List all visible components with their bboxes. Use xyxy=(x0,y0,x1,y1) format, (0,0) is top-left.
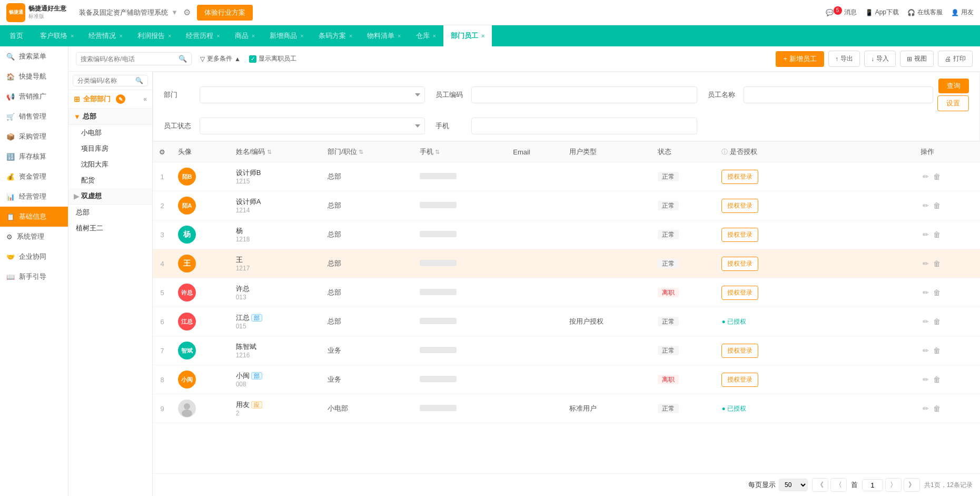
tab-profit[interactable]: 利润报告× xyxy=(130,25,179,46)
online-service-btn[interactable]: 🎧 在线客服 xyxy=(907,8,943,17)
col-name-code[interactable]: 姓名/编码 ⇅ xyxy=(230,142,321,162)
tab-barcode[interactable]: 条码方案× xyxy=(311,25,360,46)
search-submit-icon[interactable]: 🔍 xyxy=(179,55,187,63)
dept-item-xiaodianbu[interactable]: 小电部 xyxy=(68,125,152,141)
dept-all-item[interactable]: ⊞ 全部部门 ✎ « xyxy=(68,90,152,109)
edit-btn[interactable]: ✏ xyxy=(920,287,931,298)
edit-btn[interactable]: ✏ xyxy=(920,345,931,356)
sidebar-item-finance[interactable]: 💰 资金管理 xyxy=(0,167,68,187)
dept-item-shenyang[interactable]: 沈阳大库 xyxy=(68,157,152,172)
tab-dept-staff-close[interactable]: × xyxy=(481,33,484,39)
last-page-btn[interactable]: 》 xyxy=(904,478,920,492)
tab-customer[interactable]: 客户联络× xyxy=(33,25,81,46)
first-page-btn[interactable]: 《 xyxy=(812,478,828,492)
col-dept-position[interactable]: 部门/职位 ⇅ xyxy=(321,142,413,162)
page-input[interactable] xyxy=(862,479,883,491)
edit-btn[interactable]: ✏ xyxy=(920,171,931,182)
tab-new-goods[interactable]: 新增商品× xyxy=(262,25,311,46)
search-box[interactable]: 🔍 xyxy=(76,52,192,65)
edit-btn[interactable]: ✏ xyxy=(920,403,931,414)
edit-btn[interactable]: ✏ xyxy=(920,258,931,269)
delete-btn[interactable]: 🗑 xyxy=(931,171,943,182)
sidebar-item-marketing[interactable]: 📢 营销推广 xyxy=(0,86,68,106)
sidebar-item-system[interactable]: ⚙ 系统管理 xyxy=(0,227,68,247)
tab-customer-close[interactable]: × xyxy=(71,33,74,39)
edit-btn[interactable]: ✏ xyxy=(920,316,931,327)
delete-btn[interactable]: 🗑 xyxy=(931,403,943,414)
tab-dept-staff[interactable]: 部门员工× xyxy=(443,25,492,46)
adv-filter-status-select[interactable] xyxy=(200,118,425,134)
auth-login-btn[interactable]: 授权登录 xyxy=(721,286,758,300)
tab-history[interactable]: 经营历程× xyxy=(179,25,227,46)
per-page-select[interactable]: 50 100 xyxy=(779,479,808,491)
tab-goods-close[interactable]: × xyxy=(252,33,255,39)
dept-item-zongbu[interactable]: 总部 xyxy=(68,205,152,220)
settings-icon[interactable]: ⚙ xyxy=(183,7,191,17)
sidebar-item-sales[interactable]: 🛒 销售管理 xyxy=(0,106,68,127)
auth-login-btn[interactable]: 授权登录 xyxy=(721,257,758,271)
tab-operation-close[interactable]: × xyxy=(119,33,122,39)
try-btn[interactable]: 体验行业方案 xyxy=(197,5,253,21)
delete-btn[interactable]: 🗑 xyxy=(931,316,943,327)
prev-page-btn[interactable]: 〈 xyxy=(830,478,847,492)
auth-login-btn[interactable]: 授权登录 xyxy=(721,170,758,184)
import-btn[interactable]: ↓ 导入 xyxy=(864,51,896,67)
auth-login-btn[interactable]: 授权登录 xyxy=(721,228,758,242)
set-btn[interactable]: 设置 xyxy=(937,95,969,111)
user-btn[interactable]: 👤 用友 xyxy=(951,8,974,17)
adv-filter-empname-input[interactable] xyxy=(744,86,933,103)
sidebar-item-shortcuts[interactable]: 🏠 快捷导航 xyxy=(0,66,68,86)
tab-history-close[interactable]: × xyxy=(216,33,220,39)
col-phone[interactable]: 手机 ⇅ xyxy=(413,142,507,162)
delete-btn[interactable]: 🗑 xyxy=(931,287,943,298)
export-btn[interactable]: ↑ 导出 xyxy=(828,51,860,67)
delete-btn[interactable]: 🗑 xyxy=(931,258,943,269)
delete-btn[interactable]: 🗑 xyxy=(931,229,943,240)
sidebar-item-inventory[interactable]: 🔢 库存核算 xyxy=(0,147,68,167)
show-resigned-checkbox[interactable]: ✓ xyxy=(249,55,256,63)
more-conditions-btn[interactable]: ▽ 更多条件 ▲ xyxy=(196,52,245,65)
search-input[interactable] xyxy=(81,55,179,63)
tab-new-goods-close[interactable]: × xyxy=(300,33,303,39)
auth-login-btn[interactable]: 授权登录 xyxy=(721,199,758,213)
sidebar-search[interactable]: 🔍 搜索菜单 xyxy=(0,46,68,66)
adv-filter-empcode-input[interactable] xyxy=(471,86,697,103)
print-btn[interactable]: 🖨 打印 xyxy=(938,51,973,67)
delete-btn[interactable]: 🗑 xyxy=(931,200,943,211)
edit-btn[interactable]: ✏ xyxy=(920,374,931,385)
dept-search-icon[interactable]: 🔍 xyxy=(135,77,143,84)
message-btn[interactable]: 💬 5 消息 xyxy=(826,8,857,17)
auth-info-icon[interactable]: ⓘ xyxy=(721,148,728,155)
auth-login-btn[interactable]: 授权登录 xyxy=(721,373,758,387)
auth-login-btn[interactable]: 授权登录 xyxy=(721,344,758,358)
tab-bom-close[interactable]: × xyxy=(398,33,401,39)
edit-btn[interactable]: ✏ xyxy=(920,229,931,240)
system-dropdown-icon[interactable]: ▼ xyxy=(171,8,178,16)
sidebar-item-basic[interactable]: 📋 基础信息 xyxy=(0,207,68,227)
sidebar-item-collab[interactable]: 🤝 企业协同 xyxy=(0,247,68,267)
app-download-btn[interactable]: 📱 App下载 xyxy=(865,8,899,17)
query-btn[interactable]: 查询 xyxy=(938,79,969,93)
sidebar-item-purchase[interactable]: 📦 采购管理 xyxy=(0,127,68,147)
dept-group-hq[interactable]: ▼ 总部 xyxy=(68,109,152,125)
dept-item-xiangmu[interactable]: 项目库房 xyxy=(68,141,152,157)
dept-search-input[interactable] xyxy=(77,77,135,84)
tab-warehouse-close[interactable]: × xyxy=(433,33,436,39)
edit-btn[interactable]: ✏ xyxy=(920,200,931,211)
tab-barcode-close[interactable]: × xyxy=(349,33,352,39)
col-settings[interactable]: ⚙ xyxy=(153,142,172,162)
tab-operation[interactable]: 经营情况× xyxy=(81,25,130,46)
dept-item-peihuo[interactable]: 配货 xyxy=(68,172,152,188)
tab-warehouse[interactable]: 仓库× xyxy=(409,25,443,46)
adv-filter-phone-input[interactable] xyxy=(471,118,697,134)
next-page-btn[interactable]: 〉 xyxy=(885,478,902,492)
tab-bom[interactable]: 物料清单× xyxy=(360,25,408,46)
delete-btn[interactable]: 🗑 xyxy=(931,374,943,385)
dept-group-shuang[interactable]: ▶ 双虚想 xyxy=(68,188,152,205)
add-employee-btn[interactable]: + 新增员工 xyxy=(776,51,824,67)
adv-filter-dept-select[interactable] xyxy=(200,86,425,103)
sidebar-item-operation[interactable]: 📊 经营管理 xyxy=(0,187,68,207)
delete-btn[interactable]: 🗑 xyxy=(931,345,943,356)
tab-goods[interactable]: 商品× xyxy=(227,25,262,46)
show-resigned-toggle[interactable]: ✓ 显示离职员工 xyxy=(249,54,296,63)
